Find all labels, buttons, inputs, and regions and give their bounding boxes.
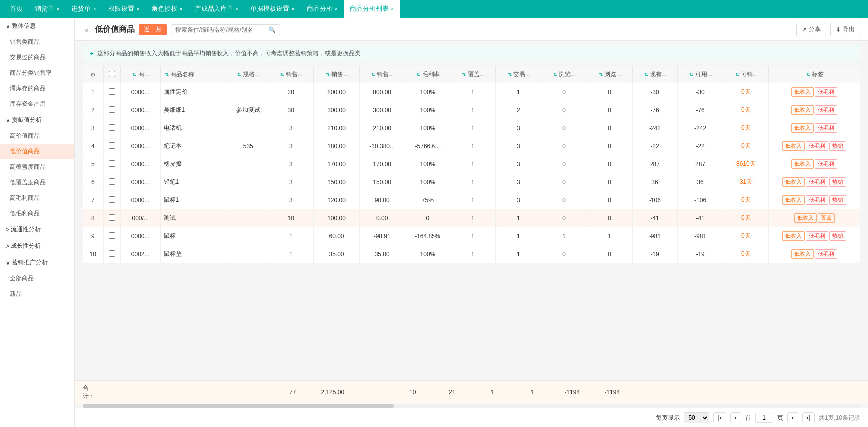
row-select-checkbox[interactable] [109,232,115,239]
row-select-checkbox[interactable] [109,178,115,185]
sidebar-item-category-sales-rate[interactable]: 商品分类销售率 [0,65,74,81]
browse-count[interactable]: 0 [541,209,587,227]
sidebar-collapse-button[interactable]: « [83,26,91,34]
page-number-input[interactable] [755,413,773,423]
nav-home[interactable]: 首页 [4,0,29,18]
sort-icon[interactable]: ⇅ [508,72,512,77]
sidebar-group-marketing[interactable]: ∨ 营销推广分析 [0,254,74,271]
sidebar-item-inventory-capital[interactable]: 库存资金占用 [0,96,74,112]
row-select-checkbox[interactable] [109,106,115,113]
browse-count[interactable]: 0 [541,245,587,263]
browse-link[interactable]: 0 [562,197,566,204]
th-setting[interactable]: ⚙ [83,66,103,83]
browse-count[interactable]: 0 [541,101,587,119]
sidebar-item-high-coverage[interactable]: 高覆盖度商品 [0,159,74,175]
browse-count[interactable]: 0 [541,83,587,101]
export-button[interactable]: ⬇ 导出 [830,23,860,36]
row-checkbox[interactable] [103,209,120,227]
sidebar-group-growth[interactable]: > 成长性分析 [0,238,74,254]
sidebar-item-low-value[interactable]: 低价值商品 [0,144,74,159]
browse-link[interactable]: 0 [562,161,566,168]
browse-count[interactable]: 0 [541,173,587,191]
browse-link[interactable]: 0 [562,143,566,150]
nav-permission-settings[interactable]: 权限设置 × [102,0,145,18]
browse-link[interactable]: 0 [562,107,566,114]
close-icon[interactable]: × [391,6,394,12]
browse-count[interactable]: 0 [541,155,587,173]
sidebar-item-sales-products[interactable]: 销售类商品 [0,34,74,50]
browse-link[interactable]: 0 [562,215,566,222]
sort-icon[interactable]: ⇅ [416,72,420,77]
sidebar-item-high-value[interactable]: 高价值商品 [0,128,74,144]
row-select-checkbox[interactable] [109,142,115,149]
sort-icon[interactable]: ⇅ [132,72,136,77]
sort-icon[interactable]: ⇅ [689,72,693,77]
sort-icon[interactable]: ⇅ [326,72,330,77]
nav-template-settings[interactable]: 单据模板设置 × [244,0,300,18]
row-select-checkbox[interactable] [109,196,115,203]
nav-product-analysis-list[interactable]: 商品分析列表 × [344,0,400,18]
row-checkbox[interactable] [103,83,120,101]
close-icon[interactable]: × [93,6,96,12]
row-select-checkbox[interactable] [109,160,115,167]
first-page-button[interactable]: |‹ [713,412,726,423]
close-icon[interactable]: × [179,6,182,12]
browse-count[interactable]: 1 [541,227,587,245]
nav-purchase-order[interactable]: 进货单 × [65,0,102,18]
sort-icon[interactable]: ⇅ [644,72,648,77]
browse-count[interactable]: 0 [541,191,587,209]
sort-icon[interactable]: ⇅ [371,72,375,77]
browse-link[interactable]: 0 [562,179,566,186]
browse-link[interactable]: 1 [562,233,566,240]
close-icon[interactable]: × [235,6,238,12]
browse-count[interactable]: 0 [541,119,587,137]
sidebar-item-low-margin[interactable]: 低毛利商品 [0,206,74,221]
close-icon[interactable]: × [291,6,294,12]
filter-date-button[interactable]: 近一月 [139,24,167,35]
sort-icon[interactable]: ⇅ [735,72,739,77]
row-checkbox[interactable] [103,191,120,209]
row-checkbox[interactable] [103,173,120,191]
search-input[interactable] [175,26,268,33]
row-checkbox[interactable] [103,101,120,119]
sidebar-item-low-coverage[interactable]: 低覆盖度商品 [0,175,74,190]
row-select-checkbox[interactable] [109,124,115,131]
browse-link[interactable]: 0 [562,251,566,258]
row-checkbox[interactable] [103,245,120,263]
sort-icon[interactable]: ⇅ [462,72,466,77]
browse-link[interactable]: 0 [562,89,566,96]
close-icon[interactable]: × [335,6,338,12]
row-select-checkbox[interactable] [109,214,115,221]
sort-icon[interactable]: ⇅ [165,72,169,77]
sidebar-item-traded-products[interactable]: 交易过的商品 [0,50,74,65]
prev-page-button[interactable]: ‹ [730,412,741,423]
next-page-button[interactable]: › [787,412,798,423]
page-size-select[interactable]: 50 100 200 [684,412,709,423]
sort-icon[interactable]: ⇅ [553,72,557,77]
sidebar-group-circulation[interactable]: > 流通性分析 [0,221,74,238]
search-icon[interactable]: 🔍 [268,26,276,33]
sort-icon[interactable]: ⇅ [280,72,284,77]
sort-icon[interactable]: ⇅ [237,72,241,77]
sidebar-group-overall[interactable]: ∨ 整体信息 [0,18,74,34]
nav-product-warehouse[interactable]: 产成品入库单 × [189,0,244,18]
row-checkbox[interactable] [103,155,120,173]
sidebar-item-high-margin[interactable]: 高毛利商品 [0,190,74,206]
sidebar-group-contribution[interactable]: ∨ 贡献值分析 [0,112,74,128]
row-select-checkbox[interactable] [109,88,115,95]
nav-product-analysis[interactable]: 商品分析 × [301,0,344,18]
browse-count[interactable]: 0 [541,137,587,155]
sidebar-item-backlog-products[interactable]: 滞库存的商品 [0,81,74,96]
row-checkbox[interactable] [103,119,120,137]
nav-role-auth[interactable]: 角色授权 × [145,0,188,18]
sidebar-item-new-products[interactable]: 新品 [0,286,74,302]
share-button[interactable]: ↗ 分享 [796,23,826,36]
close-icon[interactable]: × [136,6,139,12]
row-select-checkbox[interactable] [109,250,115,257]
row-checkbox[interactable] [103,137,120,155]
select-all-checkbox[interactable] [109,71,115,77]
sort-icon[interactable]: ⇅ [806,72,810,77]
nav-sales-order[interactable]: 销货单 × [29,0,65,18]
browse-link[interactable]: 0 [562,125,566,132]
last-page-button[interactable]: ›| [802,412,815,423]
